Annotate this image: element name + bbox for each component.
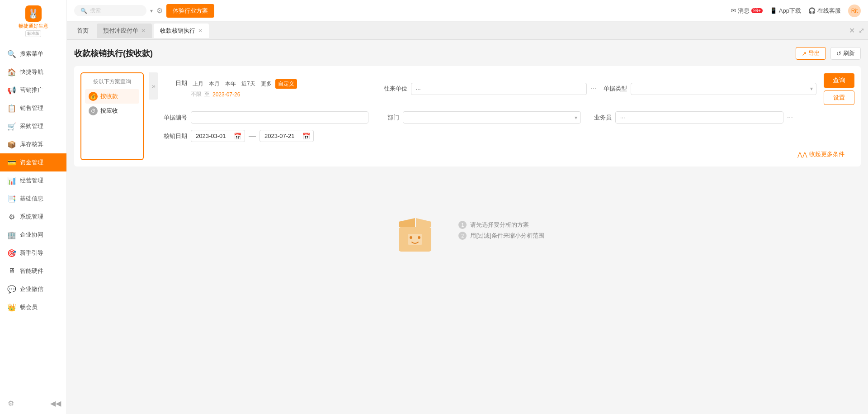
sidebar-menu: 🔍 搜索菜单 🏠 快捷导航 📢 营销推广 📋 销售管理 🛒 采购管理 📦 库存核… bbox=[0, 41, 66, 392]
sidebar-icon: 🎯 bbox=[7, 248, 16, 257]
sidebar-item-智能硬件[interactable]: 🖥 智能硬件 bbox=[0, 262, 66, 280]
sidebar-bottom: ⚙ ◀◀ bbox=[0, 392, 66, 414]
settings-button[interactable]: 设置 bbox=[824, 90, 854, 105]
tab-prepay-close[interactable]: ✕ bbox=[141, 28, 146, 33]
date-shortcut-more[interactable]: 更多 bbox=[259, 79, 274, 89]
doctype-select[interactable] bbox=[631, 83, 816, 95]
app-download-btn[interactable]: 📱 App下载 bbox=[770, 7, 801, 15]
tab-home-label: 首页 bbox=[77, 27, 89, 35]
tab-prepay-label: 预付冲应付单 bbox=[103, 27, 138, 35]
export-label: 导出 bbox=[808, 49, 820, 57]
collapse-sidebar-icon[interactable]: ◀◀ bbox=[49, 397, 62, 409]
filter-option-by-receivable[interactable]: ⏱ 按应收 bbox=[85, 104, 139, 118]
date-shortcut-7days[interactable]: 近7天 bbox=[240, 79, 257, 89]
online-service-btn[interactable]: 🎧 在线客服 bbox=[808, 7, 841, 15]
sidebar-icon: 📋 bbox=[7, 104, 16, 113]
sidebar-item-企业微信[interactable]: 💬 企业微信 bbox=[0, 280, 66, 298]
sidebar-label: 新手引导 bbox=[20, 249, 43, 257]
topbar-dropdown-arrow[interactable]: ▾ bbox=[150, 8, 153, 14]
salesperson-dots[interactable]: ··· bbox=[787, 114, 793, 122]
user-avatar[interactable]: Rit bbox=[848, 5, 861, 17]
salesperson-input[interactable] bbox=[615, 111, 783, 124]
page-title: 收款核销执行(按收款) bbox=[74, 48, 153, 59]
filter-field-docno: 单据编号 bbox=[164, 111, 368, 124]
sidebar-item-企业协同[interactable]: 🏢 企业协同 bbox=[0, 226, 66, 244]
sidebar-icon: 🔍 bbox=[7, 49, 16, 58]
logo-icon: 🐰 bbox=[25, 5, 42, 22]
salesperson-label: 业务员 bbox=[588, 114, 612, 122]
verify-date-start-input[interactable] bbox=[191, 130, 245, 142]
sidebar-item-销售管理[interactable]: 📋 销售管理 bbox=[0, 99, 66, 117]
counterpart-input[interactable] bbox=[411, 83, 587, 95]
sidebar-item-新手引导[interactable]: 🎯 新手引导 bbox=[0, 244, 66, 262]
sidebar-item-经营管理[interactable]: 📊 经营管理 bbox=[0, 171, 66, 190]
query-button[interactable]: 查询 bbox=[824, 73, 854, 88]
tab-prepay[interactable]: 预付冲应付单 ✕ bbox=[97, 24, 152, 38]
dept-select[interactable] bbox=[403, 111, 580, 124]
dept-select-wrapper: ▾ bbox=[403, 111, 580, 124]
sidebar-label: 企业微信 bbox=[20, 285, 43, 293]
date-to-text: 至 bbox=[204, 90, 210, 98]
tab-verify-label: 收款核销执行 bbox=[160, 27, 195, 35]
counterpart-dots[interactable]: ··· bbox=[590, 85, 596, 93]
empty-num-1: 1 bbox=[458, 221, 467, 229]
settings-icon[interactable]: ⚙ bbox=[5, 397, 17, 409]
svg-point-5 bbox=[418, 236, 420, 239]
content-area: 收款核销执行(按收款) ↗ 导出 ↺ 刷新 按以下方案查询 💰 按收款 bbox=[67, 40, 868, 414]
empty-hint-1: 1 请先选择要分析的方案 bbox=[458, 221, 544, 229]
collapse-more-btn[interactable]: ⋀⋀ 收起更多条件 bbox=[793, 148, 849, 160]
sidebar-item-畅会员[interactable]: 👑 畅会员 bbox=[0, 298, 66, 316]
phone-icon: 📱 bbox=[770, 7, 777, 14]
verify-date-end-input[interactable] bbox=[259, 130, 314, 142]
tab-close-all-icon[interactable]: ✕ bbox=[849, 26, 855, 35]
industry-btn[interactable]: 体验行业方案 bbox=[166, 4, 214, 18]
search-box[interactable]: 🔍 搜索 bbox=[74, 5, 146, 16]
sidebar: 🐰 畅捷通好生意 标准版 🔍 搜索菜单 🏠 快捷导航 📢 营销推广 📋 销售管理… bbox=[0, 0, 67, 414]
filter-field-dept: 部门 ▾ bbox=[376, 111, 580, 124]
sidebar-icon: ⚙ bbox=[7, 212, 16, 221]
tab-verify-close[interactable]: ✕ bbox=[198, 28, 203, 33]
date-shortcut-last-month[interactable]: 上月 bbox=[191, 79, 205, 89]
date-shortcut-this-year[interactable]: 本年 bbox=[223, 79, 238, 89]
filter-row-date: 日期 上月 本月 本年 近7天 更多 自定义 不限 bbox=[164, 72, 854, 105]
docno-input[interactable] bbox=[191, 111, 368, 124]
sidebar-item-搜索菜单[interactable]: 🔍 搜索菜单 bbox=[0, 45, 66, 63]
topbar-left: 🔍 搜索 ▾ ⚙ 体验行业方案 bbox=[74, 4, 731, 18]
sidebar-item-快捷导航[interactable]: 🏠 快捷导航 bbox=[0, 63, 66, 81]
sidebar-item-采购管理[interactable]: 🛒 采购管理 bbox=[0, 117, 66, 135]
date-shortcut-custom[interactable]: 自定义 bbox=[275, 79, 297, 89]
sidebar-item-营销推广[interactable]: 📢 营销推广 bbox=[0, 81, 66, 99]
date-shortcut-this-month[interactable]: 本月 bbox=[207, 79, 222, 89]
sidebar-item-系统管理[interactable]: ⚙ 系统管理 bbox=[0, 208, 66, 226]
export-button[interactable]: ↗ 导出 bbox=[796, 47, 826, 60]
collapse-more: ⋀⋀ 收起更多条件 bbox=[164, 148, 854, 160]
sidebar-item-基础信息[interactable]: 📑 基础信息 bbox=[0, 190, 66, 208]
verify-date-separator: — bbox=[249, 132, 256, 140]
headset-icon: 🎧 bbox=[808, 7, 816, 14]
tab-home[interactable]: 首页 bbox=[71, 24, 95, 38]
message-badge: 99+ bbox=[751, 8, 763, 13]
sidebar-label: 营销推广 bbox=[20, 86, 43, 94]
refresh-button[interactable]: ↺ 刷新 bbox=[830, 47, 861, 60]
date-label: 日期 bbox=[164, 79, 187, 87]
empty-illustration-svg bbox=[391, 209, 440, 254]
filter-collapse-btn[interactable]: » bbox=[149, 72, 158, 100]
sidebar-item-库存核算[interactable]: 📦 库存核算 bbox=[0, 135, 66, 153]
empty-hint-1-text: 请先选择要分析的方案 bbox=[470, 221, 529, 229]
filter-option-by-receipt[interactable]: 💰 按收款 bbox=[85, 89, 139, 104]
message-btn[interactable]: ✉ 消息 99+ bbox=[731, 7, 763, 15]
filter-panel: 按以下方案查询 💰 按收款 ⏱ 按应收 » 日期 bbox=[74, 66, 861, 167]
tab-expand-icon[interactable]: ⤢ bbox=[859, 26, 864, 35]
sidebar-item-资金管理[interactable]: 💳 资金管理 bbox=[0, 153, 66, 171]
dept-label: 部门 bbox=[376, 114, 399, 122]
topbar-gear-icon[interactable]: ⚙ bbox=[156, 6, 163, 15]
sidebar-icon: 📊 bbox=[7, 176, 16, 185]
page-header: 收款核销执行(按收款) ↗ 导出 ↺ 刷新 bbox=[74, 47, 861, 60]
filter-scheme-sidebar: 按以下方案查询 💰 按收款 ⏱ 按应收 bbox=[80, 72, 144, 160]
filter-option-receivable-label: 按应收 bbox=[100, 107, 118, 115]
sidebar-icon: 💳 bbox=[7, 158, 16, 167]
empty-num-2: 2 bbox=[458, 232, 467, 240]
export-icon: ↗ bbox=[802, 50, 807, 57]
verify-date-range: 📅 — 📅 bbox=[191, 130, 392, 142]
tab-verify[interactable]: 收款核销执行 ✕ bbox=[154, 24, 209, 38]
